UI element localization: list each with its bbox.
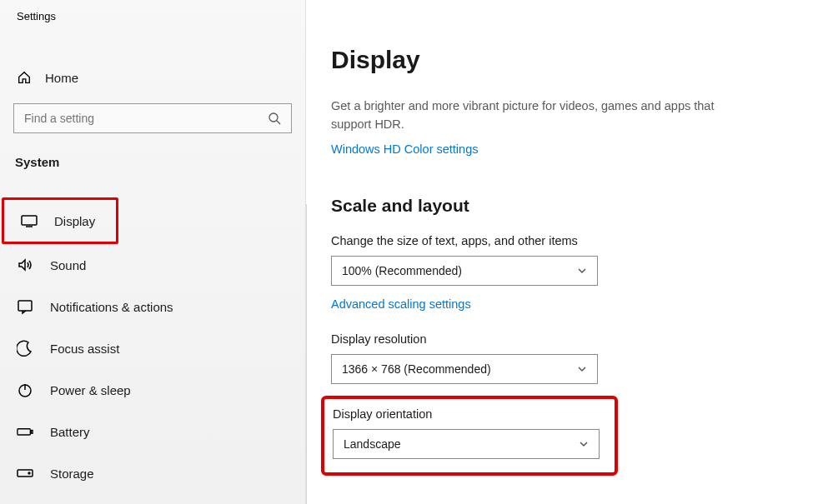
storage-icon bbox=[17, 465, 33, 482]
sidebar: Settings Home System Display bbox=[0, 0, 305, 504]
search-icon bbox=[268, 112, 281, 125]
notifications-icon bbox=[17, 298, 33, 315]
text-size-dropdown[interactable]: 100% (Recommended) bbox=[331, 256, 598, 286]
svg-rect-1 bbox=[22, 216, 37, 225]
text-size-value: 100% (Recommended) bbox=[342, 264, 462, 277]
category-title: System bbox=[0, 133, 305, 177]
resolution-value: 1366 × 768 (Recommended) bbox=[342, 362, 491, 376]
svg-rect-4 bbox=[18, 428, 30, 434]
sidebar-item-label: Sound bbox=[50, 258, 86, 272]
orientation-value: Landscape bbox=[344, 437, 401, 451]
hdr-settings-link[interactable]: Windows HD Color settings bbox=[331, 142, 478, 156]
svg-rect-2 bbox=[18, 301, 32, 311]
sidebar-item-battery[interactable]: Battery bbox=[0, 411, 305, 452]
home-icon bbox=[17, 70, 32, 85]
resolution-label: Display resolution bbox=[331, 332, 813, 346]
orientation-label: Display orientation bbox=[333, 407, 603, 421]
search-input-container[interactable] bbox=[13, 103, 292, 133]
sound-icon bbox=[17, 257, 33, 273]
sidebar-item-label: Power & sleep bbox=[50, 383, 131, 397]
sidebar-item-sound[interactable]: Sound bbox=[0, 244, 305, 286]
chevron-down-icon bbox=[577, 266, 587, 276]
sidebar-item-focus-assist[interactable]: Focus assist bbox=[0, 327, 305, 369]
text-size-label: Change the size of text, apps, and other… bbox=[331, 234, 813, 247]
focus-assist-icon bbox=[17, 340, 33, 357]
sidebar-nav: Display Sound Notifications & actions bbox=[0, 197, 305, 494]
hdr-description: Get a brighter and more vibrant picture … bbox=[331, 97, 740, 134]
sidebar-item-storage[interactable]: Storage bbox=[0, 452, 305, 494]
search-input[interactable] bbox=[24, 112, 268, 125]
svg-rect-5 bbox=[31, 430, 33, 433]
app-title: Settings bbox=[0, 10, 305, 32]
divider bbox=[305, 204, 307, 504]
battery-icon bbox=[17, 423, 33, 440]
chevron-down-icon bbox=[577, 364, 587, 374]
display-icon bbox=[21, 212, 38, 229]
sidebar-item-label: Display bbox=[54, 214, 95, 228]
power-icon bbox=[17, 382, 33, 398]
sidebar-item-power-sleep[interactable]: Power & sleep bbox=[0, 369, 305, 411]
orientation-highlight: Display orientation Landscape bbox=[321, 396, 618, 476]
resolution-dropdown[interactable]: 1366 × 768 (Recommended) bbox=[331, 354, 598, 384]
home-label: Home bbox=[45, 71, 78, 85]
home-button[interactable]: Home bbox=[0, 62, 305, 93]
sidebar-item-label: Storage bbox=[50, 467, 94, 481]
page-title: Display bbox=[331, 46, 813, 74]
chevron-down-icon bbox=[579, 439, 589, 449]
svg-point-0 bbox=[269, 113, 278, 122]
sidebar-item-display[interactable]: Display bbox=[2, 197, 118, 244]
sidebar-item-label: Battery bbox=[50, 425, 90, 439]
scale-layout-title: Scale and layout bbox=[331, 196, 813, 216]
orientation-dropdown[interactable]: Landscape bbox=[333, 429, 600, 459]
svg-point-7 bbox=[28, 472, 30, 474]
advanced-scaling-link[interactable]: Advanced scaling settings bbox=[331, 297, 813, 311]
sidebar-item-notifications[interactable]: Notifications & actions bbox=[0, 286, 305, 327]
sidebar-item-label: Focus assist bbox=[50, 342, 119, 356]
main-content: Display Get a brighter and more vibrant … bbox=[305, 0, 813, 504]
sidebar-item-label: Notifications & actions bbox=[50, 300, 173, 314]
